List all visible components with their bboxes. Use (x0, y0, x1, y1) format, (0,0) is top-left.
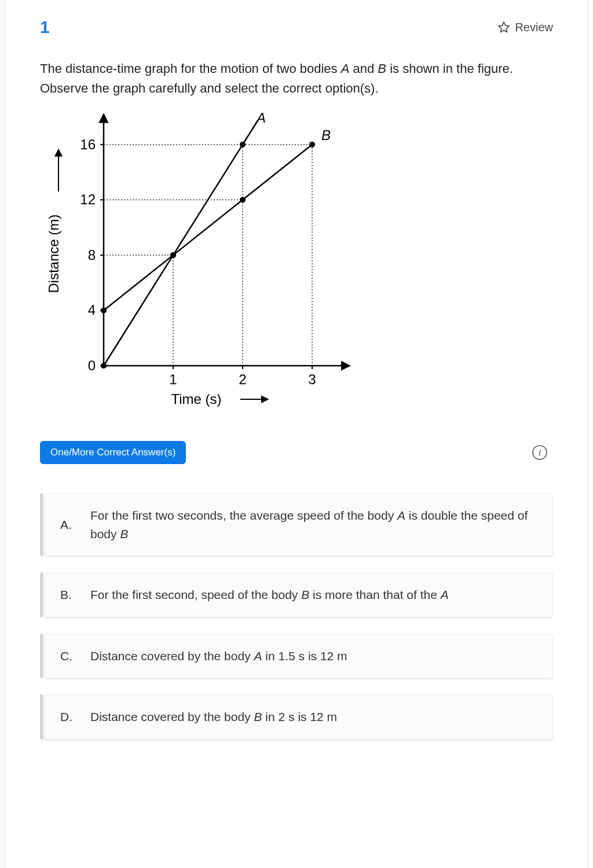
question-card: 1 Review The distance-time graph for the… (5, 0, 588, 868)
svg-text:16: 16 (80, 137, 96, 152)
svg-text:0: 0 (88, 358, 96, 373)
svg-point-28 (101, 308, 107, 314)
option-body: B.For the first second, speed of the bod… (45, 572, 553, 617)
svg-text:4: 4 (88, 303, 96, 318)
svg-point-27 (240, 142, 246, 148)
option-letter: B. (60, 586, 75, 604)
svg-text:3: 3 (308, 372, 316, 387)
review-label: Review (515, 21, 553, 34)
svg-text:A: A (255, 110, 266, 126)
svg-text:1: 1 (169, 372, 177, 387)
svg-text:12: 12 (80, 192, 96, 208)
answer-type-row: One/More Correct Answer(s) i (40, 441, 553, 464)
option-body: D.Distance covered by the body B in 2 s … (45, 694, 553, 740)
option-text: For the first two seconds, the average s… (90, 506, 537, 543)
option-body: A.For the first two seconds, the average… (45, 493, 553, 556)
star-icon (497, 21, 510, 34)
svg-point-30 (240, 197, 246, 203)
option-text: Distance covered by the body A in 1.5 s … (90, 647, 347, 665)
info-icon[interactable]: i (532, 445, 547, 460)
svg-text:B: B (321, 127, 331, 143)
svg-text:Distance (m): Distance (m) (46, 215, 61, 293)
option-a[interactable]: A.For the first two seconds, the average… (40, 493, 553, 556)
option-letter: C. (60, 647, 75, 665)
svg-point-31 (309, 142, 315, 148)
svg-marker-0 (499, 22, 509, 32)
option-d[interactable]: D.Distance covered by the body B in 2 s … (40, 694, 553, 740)
option-indicator-bar (40, 634, 43, 679)
option-c[interactable]: C.Distance covered by the body A in 1.5 … (40, 634, 553, 679)
review-button[interactable]: Review (497, 21, 553, 34)
distance-time-chart: 0481216123ABTime (s)Distance (m) (40, 105, 364, 418)
option-text: For the first second, speed of the body … (90, 586, 449, 604)
svg-text:Time (s): Time (s) (171, 391, 221, 407)
question-header: 1 Review (40, 17, 553, 37)
option-indicator-bar (40, 694, 43, 740)
option-indicator-bar (40, 493, 43, 556)
option-letter: A. (60, 516, 75, 534)
svg-text:2: 2 (239, 372, 246, 387)
svg-point-25 (101, 363, 107, 369)
option-letter: D. (60, 708, 75, 726)
option-text: Distance covered by the body B in 2 s is… (90, 708, 337, 726)
option-indicator-bar (40, 572, 43, 617)
svg-point-29 (170, 252, 176, 258)
option-body: C.Distance covered by the body A in 1.5 … (45, 634, 553, 679)
svg-text:8: 8 (88, 247, 96, 263)
question-text: The distance-time graph for the motion o… (40, 59, 553, 98)
options-list: A.For the first two seconds, the average… (40, 493, 553, 740)
question-number: 1 (40, 17, 50, 37)
option-b[interactable]: B.For the first second, speed of the bod… (40, 572, 553, 617)
answer-type-badge: One/More Correct Answer(s) (40, 441, 186, 464)
